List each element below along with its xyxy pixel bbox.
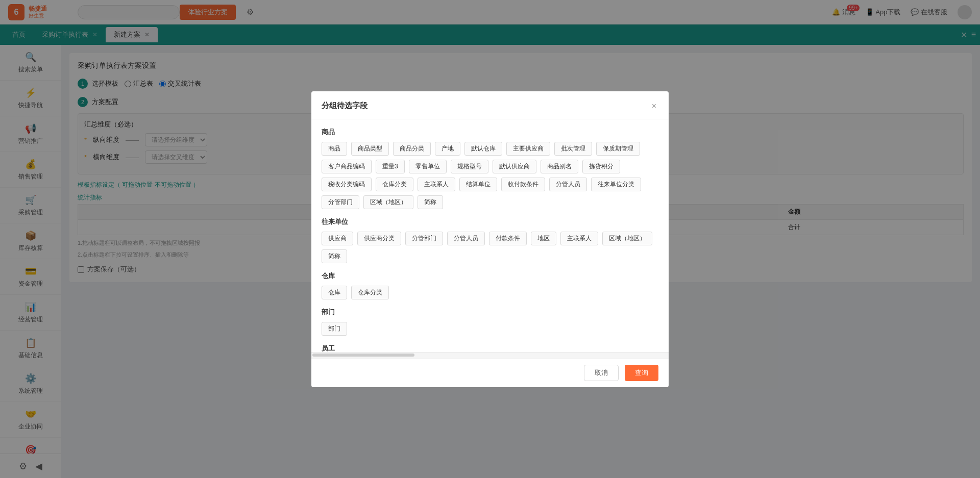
- field-tag[interactable]: 简称: [418, 195, 443, 209]
- field-tag[interactable]: 商品类型: [351, 142, 389, 156]
- modal-header: 分组待选字段 ×: [311, 91, 669, 119]
- field-tag[interactable]: 规格型号: [451, 160, 488, 173]
- field-tag[interactable]: 产地: [435, 142, 460, 156]
- field-tag[interactable]: 供应商分类: [357, 232, 401, 245]
- field-tag[interactable]: 分管人员: [447, 232, 485, 245]
- modal-title: 分组待选字段: [322, 101, 368, 111]
- fields-grid-partner: 供应商 供应商分类 分管部门 分管人员 付款条件 地区 主联系人 区域（地区） …: [322, 232, 658, 263]
- field-tag[interactable]: 区域（地区）: [602, 232, 652, 245]
- field-tag[interactable]: 仓库分类: [376, 178, 413, 191]
- fields-grid-product: 商品 商品类型 商品分类 产地 默认仓库 主要供应商 批次管理 保质期管理 客户…: [322, 142, 658, 209]
- field-group-product-title: 商品: [322, 128, 658, 137]
- field-tag[interactable]: 收付款条件: [501, 178, 545, 191]
- field-tag[interactable]: 主联系人: [560, 232, 598, 245]
- fields-grid-dept: 部门: [322, 322, 658, 336]
- modal-overlay[interactable]: 分组待选字段 × 商品 商品 商品类型 商品分类 产地 默认仓库 主要供应商 批…: [0, 0, 980, 478]
- field-tag[interactable]: 供应商: [322, 232, 353, 245]
- field-group-partner: 往来单位 供应商 供应商分类 分管部门 分管人员 付款条件 地区 主联系人 区域…: [322, 217, 658, 263]
- modal-body: 商品 商品 商品类型 商品分类 产地 默认仓库 主要供应商 批次管理 保质期管理…: [311, 119, 669, 352]
- field-tag[interactable]: 零售单位: [409, 160, 447, 173]
- field-tag[interactable]: 保质期管理: [596, 142, 640, 156]
- modal-scrollbar[interactable]: [311, 352, 669, 358]
- field-group-dept: 部门 部门: [322, 308, 658, 336]
- field-tag[interactable]: 结算单位: [459, 178, 497, 191]
- field-tag[interactable]: 批次管理: [554, 142, 592, 156]
- field-group-product: 商品 商品 商品类型 商品分类 产地 默认仓库 主要供应商 批次管理 保质期管理…: [322, 128, 658, 209]
- field-tag[interactable]: 拣货积分: [582, 160, 620, 173]
- field-tag[interactable]: 区域（地区）: [363, 195, 413, 209]
- modal-scroll-thumb: [312, 354, 414, 357]
- field-group-dept-title: 部门: [322, 308, 658, 317]
- field-group-partner-title: 往来单位: [322, 217, 658, 227]
- field-tag[interactable]: 默认仓库: [464, 142, 502, 156]
- fields-grid-warehouse: 仓库 仓库分类: [322, 286, 658, 299]
- field-tag[interactable]: 往来单位分类: [591, 178, 641, 191]
- field-group-employee: 员工 业务员: [322, 344, 658, 352]
- modal-footer: 取消 查询: [311, 358, 669, 387]
- field-tag[interactable]: 部门: [322, 322, 347, 336]
- field-tag[interactable]: 默认供应商: [493, 160, 536, 173]
- field-tag[interactable]: 商品别名: [541, 160, 578, 173]
- field-tag[interactable]: 商品分类: [393, 142, 431, 156]
- field-tag[interactable]: 客户商品编码: [322, 160, 372, 173]
- modal-field-select: 分组待选字段 × 商品 商品 商品类型 商品分类 产地 默认仓库 主要供应商 批…: [311, 91, 669, 387]
- field-tag[interactable]: 主要供应商: [506, 142, 550, 156]
- field-group-employee-title: 员工: [322, 344, 658, 352]
- field-tag[interactable]: 仓库分类: [351, 286, 389, 299]
- field-tag[interactable]: 分管部门: [405, 232, 443, 245]
- field-tag[interactable]: 付款条件: [489, 232, 527, 245]
- field-group-warehouse: 仓库 仓库 仓库分类: [322, 271, 658, 299]
- field-tag[interactable]: 分管部门: [322, 195, 359, 209]
- cancel-button[interactable]: 取消: [584, 365, 619, 381]
- field-group-warehouse-title: 仓库: [322, 271, 658, 281]
- field-tag[interactable]: 分管人员: [549, 178, 587, 191]
- field-tag[interactable]: 仓库: [322, 286, 347, 299]
- field-tag[interactable]: 重量3: [376, 160, 405, 173]
- field-tag[interactable]: 税收分类编码: [322, 178, 372, 191]
- field-tag[interactable]: 地区: [531, 232, 556, 245]
- field-tag[interactable]: 主联系人: [418, 178, 455, 191]
- field-tag[interactable]: 简称: [322, 249, 347, 263]
- field-tag[interactable]: 商品: [322, 142, 347, 156]
- modal-close-btn[interactable]: ×: [650, 99, 658, 113]
- confirm-button[interactable]: 查询: [625, 365, 658, 381]
